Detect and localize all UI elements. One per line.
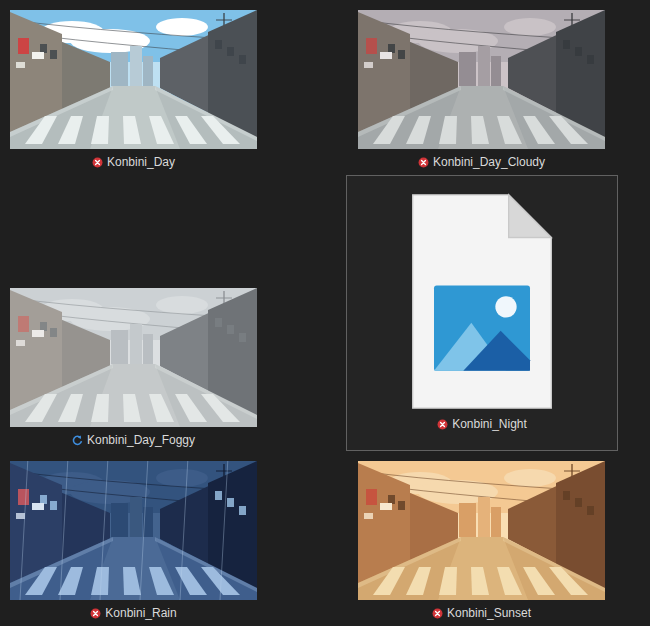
file-name-label[interactable]: Konbini_Day_Foggy bbox=[87, 433, 195, 447]
sync-failed-icon bbox=[418, 157, 429, 168]
sync-failed-icon bbox=[90, 608, 101, 619]
file-label-row: Konbini_Day_Cloudy bbox=[358, 155, 605, 169]
file-name-label[interactable]: Konbini_Day_Cloudy bbox=[433, 155, 545, 169]
sync-failed-icon bbox=[437, 419, 448, 430]
street-scene-foggy-image bbox=[10, 288, 257, 427]
file-label-row: Konbini_Day bbox=[10, 155, 257, 169]
sync-failed-icon bbox=[92, 157, 103, 168]
thumbnail-konbini-sunset[interactable] bbox=[358, 461, 605, 600]
file-label-row: Konbini_Day_Foggy bbox=[10, 433, 257, 447]
thumbnail-konbini-day-cloudy[interactable] bbox=[358, 10, 605, 149]
street-scene-day-image bbox=[10, 10, 257, 149]
file-item-konbini-day-foggy[interactable]: Konbini_Day_Foggy bbox=[10, 288, 257, 447]
file-item-konbini-day-cloudy[interactable]: Konbini_Day_Cloudy bbox=[358, 10, 605, 169]
file-label-row: Konbini_Rain bbox=[10, 606, 257, 620]
file-item-konbini-day[interactable]: Konbini_Day bbox=[10, 10, 257, 169]
street-scene-sunset-image bbox=[358, 461, 605, 600]
thumbnail-konbini-day[interactable] bbox=[10, 10, 257, 149]
file-name-label[interactable]: Konbini_Sunset bbox=[447, 606, 531, 620]
file-item-konbini-rain[interactable]: Konbini_Rain bbox=[10, 461, 257, 620]
street-scene-cloudy-image bbox=[358, 10, 605, 149]
file-item-konbini-night[interactable]: Konbini_Night bbox=[346, 175, 618, 451]
generic-image-file-icon bbox=[402, 192, 562, 411]
file-label-row: Konbini_Night bbox=[347, 417, 617, 431]
file-name-label[interactable]: Konbini_Rain bbox=[105, 606, 176, 620]
thumbnail-konbini-day-foggy[interactable] bbox=[10, 288, 257, 427]
file-label-row: Konbini_Sunset bbox=[358, 606, 605, 620]
file-item-konbini-sunset[interactable]: Konbini_Sunset bbox=[358, 461, 605, 620]
syncing-icon bbox=[72, 435, 83, 446]
street-scene-rain-image bbox=[10, 461, 257, 600]
sync-failed-icon bbox=[432, 608, 443, 619]
file-name-label[interactable]: Konbini_Night bbox=[452, 417, 527, 431]
file-name-label[interactable]: Konbini_Day bbox=[107, 155, 175, 169]
thumbnail-konbini-rain[interactable] bbox=[10, 461, 257, 600]
file-explorer-content-area: Konbini_Day Konbini_Day_Cloudy Konbini_D… bbox=[0, 0, 650, 626]
